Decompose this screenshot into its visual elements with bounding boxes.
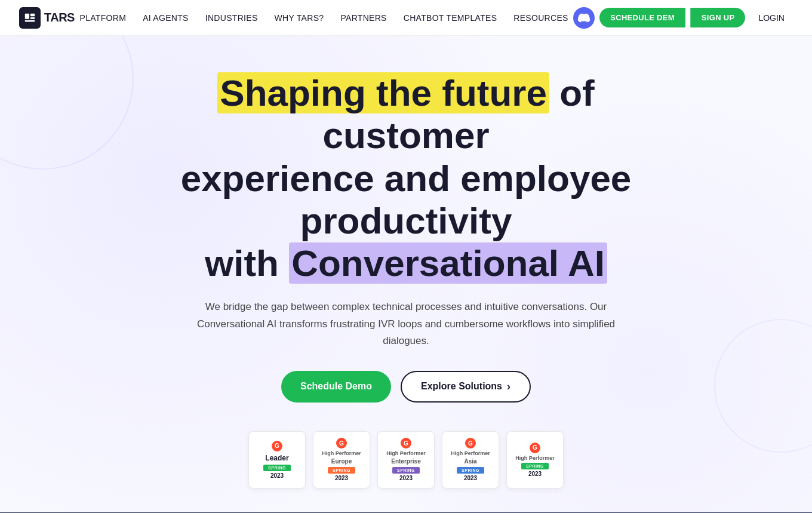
badge-title-enterprise: High Performer	[386, 450, 426, 457]
badge-ribbon-spring-leader: SPRING	[263, 465, 291, 471]
badge-year-asia: 2023	[464, 475, 477, 481]
svg-rect-3	[25, 20, 35, 21]
nav-ai-agents[interactable]: AI AGENTS	[143, 13, 189, 23]
g2-logo-2: G	[336, 438, 347, 449]
explore-label: Explore Solutions	[421, 381, 502, 392]
badge-type-leader: Leader	[265, 454, 288, 462]
badge-title-asia: High Performer	[451, 450, 490, 457]
title-part4: with	[205, 242, 279, 284]
badge-sub-asia: Asia	[464, 458, 476, 465]
login-button[interactable]: LOGIN	[750, 8, 793, 28]
g2-logo: G	[272, 441, 282, 451]
badge-ribbon-enterprise: SPRING	[392, 467, 420, 474]
svg-rect-0	[25, 13, 29, 19]
svg-rect-1	[30, 13, 35, 16]
badge-ribbon-spring: SPRING	[521, 463, 549, 469]
nav-links: PLATFORM AI AGENTS INDUSTRIES WHY TARS? …	[80, 13, 568, 23]
badge-year-europe: 2023	[335, 475, 348, 481]
g2-badge-asia: G High Performer Asia SPRING 2023	[442, 431, 499, 489]
logo-text: TARS	[44, 11, 75, 24]
badge-year-leader: 2023	[270, 472, 284, 479]
nav-platform[interactable]: PLATFORM	[80, 13, 127, 23]
nav-partners[interactable]: PARTNERS	[340, 13, 386, 23]
g2-logo-5: G	[530, 443, 540, 453]
g2-badge-enterprise: G High Performer Enterprise SPRING 2023	[377, 431, 435, 489]
signup-button[interactable]: SIGN UP	[690, 8, 746, 27]
chevron-right-icon: ›	[507, 380, 510, 393]
hero-subtitle: We bridge the gap between complex techni…	[191, 299, 621, 349]
logo-icon	[19, 7, 41, 29]
g2-logo-4: G	[465, 438, 476, 449]
title-highlight-2: Conversational AI	[289, 242, 607, 284]
navbar: TARS PLATFORM AI AGENTS INDUSTRIES WHY T…	[0, 0, 812, 36]
nav-why-tars[interactable]: WHY TARS?	[275, 13, 324, 23]
hero-title: Shaping the future of customer experienc…	[137, 72, 675, 284]
schedule-demo-cta[interactable]: Schedule Demo	[281, 371, 391, 403]
svg-rect-2	[30, 17, 35, 19]
title-part3: experience and employee productivity	[181, 158, 632, 241]
discord-icon[interactable]	[573, 7, 595, 29]
g2-badges: G Leader SPRING 2023 G High Performer Eu…	[248, 431, 564, 489]
badge-ribbon-asia: SPRING	[457, 467, 484, 474]
badge-ribbon-europe: SPRING	[328, 467, 355, 474]
badge-sub-enterprise: Enterprise	[391, 458, 420, 465]
title-highlight-1: Shaping the future	[217, 72, 549, 113]
badge-title-spring: High Performer	[515, 455, 555, 462]
g2-badge-europe: G High Performer Europe SPRING 2023	[313, 431, 370, 489]
nav-resources[interactable]: RESOURCES	[513, 13, 568, 23]
logo-link[interactable]: TARS	[19, 7, 75, 29]
explore-solutions-cta[interactable]: Explore Solutions ›	[401, 371, 531, 403]
badge-sub-europe: Europe	[331, 458, 352, 465]
g2-logo-3: G	[401, 438, 411, 449]
badge-year-spring: 2023	[528, 471, 542, 477]
nav-chatbot-templates[interactable]: CHATBOT TEMPLATES	[404, 13, 497, 23]
badge-title-europe: High Performer	[322, 450, 361, 457]
hero-section: Shaping the future of customer experienc…	[0, 36, 812, 512]
badge-year-enterprise: 2023	[399, 475, 413, 481]
hero-buttons: Schedule Demo Explore Solutions ›	[281, 371, 531, 403]
schedule-demo-button[interactable]: SCHEDULE DEM	[599, 8, 685, 27]
g2-badge-spring: G High Performer SPRING 2023	[506, 431, 564, 489]
nav-industries[interactable]: INDUSTRIES	[205, 13, 258, 23]
g2-badge-leader: G Leader SPRING 2023	[248, 431, 306, 489]
nav-right: SCHEDULE DEM SIGN UP LOGIN	[573, 7, 793, 29]
